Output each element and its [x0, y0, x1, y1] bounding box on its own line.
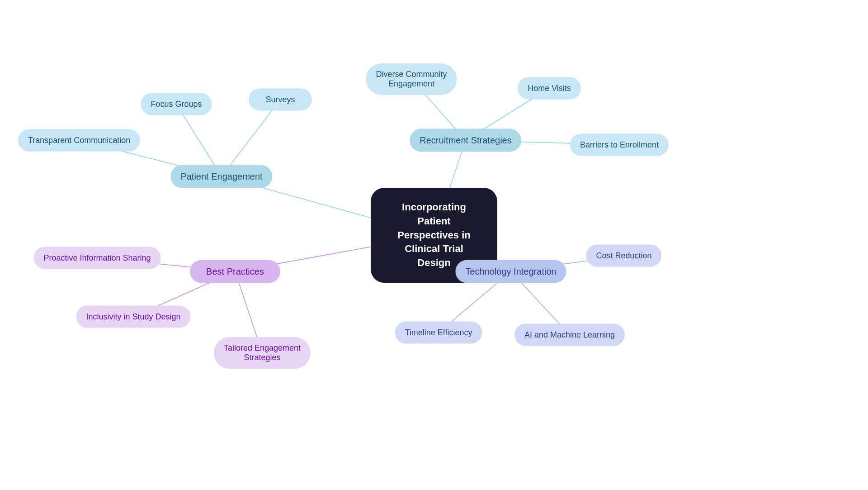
node-proactiveInfoSharing[interactable]: Proactive Information Sharing [33, 247, 160, 269]
node-label-timelineEfficiency: Timeline Efficiency [405, 328, 472, 338]
node-label-focusGroups: Focus Groups [151, 100, 202, 109]
node-homeVisits[interactable]: Home Visits [518, 77, 581, 100]
node-label-diverseCommunityEngagement: Diverse Community Engagement [376, 70, 447, 89]
node-label-inclusivityStudyDesign: Inclusivity in Study Design [86, 312, 180, 322]
node-barriersToEnrollment[interactable]: Barriers to Enrollment [570, 134, 669, 156]
node-patientEngagement[interactable]: Patient Engagement [170, 165, 272, 188]
node-costReduction[interactable]: Cost Reduction [586, 245, 661, 267]
node-focusGroups[interactable]: Focus Groups [141, 93, 212, 115]
node-bestPractices[interactable]: Best Practices [190, 260, 280, 283]
node-transparentCommunication[interactable]: Transparent Communication [18, 129, 140, 152]
node-label-homeVisits: Home Visits [528, 84, 571, 93]
node-label-bestPractices: Best Practices [206, 266, 264, 277]
node-technologyIntegration[interactable]: Technology Integration [455, 260, 566, 283]
node-label-recruitmentStrategies: Recruitment Strategies [420, 135, 511, 146]
node-diverseCommunityEngagement[interactable]: Diverse Community Engagement [366, 63, 457, 95]
node-label-barriersToEnrollment: Barriers to Enrollment [580, 140, 659, 150]
node-timelineEfficiency[interactable]: Timeline Efficiency [395, 322, 482, 344]
node-surveys[interactable]: Surveys [249, 89, 312, 111]
node-label-patientEngagement: Patient Engagement [180, 171, 262, 182]
node-label-aiMachineLearning: AI and Machine Learning [524, 330, 615, 340]
node-label-transparentCommunication: Transparent Communication [28, 136, 130, 145]
node-label-technologyIntegration: Technology Integration [465, 266, 556, 277]
mindmap-container: Incorporating Patient Perspectives in Cl… [0, 0, 868, 490]
node-label-costReduction: Cost Reduction [596, 251, 651, 261]
node-aiMachineLearning[interactable]: AI and Machine Learning [514, 324, 625, 346]
node-label-surveys: Surveys [265, 95, 295, 105]
node-label-tailoredEngagementStrategies: Tailored Engagement Strategies [224, 343, 301, 362]
node-recruitmentStrategies[interactable]: Recruitment Strategies [410, 129, 521, 152]
node-inclusivityStudyDesign[interactable]: Inclusivity in Study Design [76, 306, 190, 328]
node-tailoredEngagementStrategies[interactable]: Tailored Engagement Strategies [214, 337, 311, 369]
node-label-proactiveInfoSharing: Proactive Information Sharing [43, 253, 151, 263]
